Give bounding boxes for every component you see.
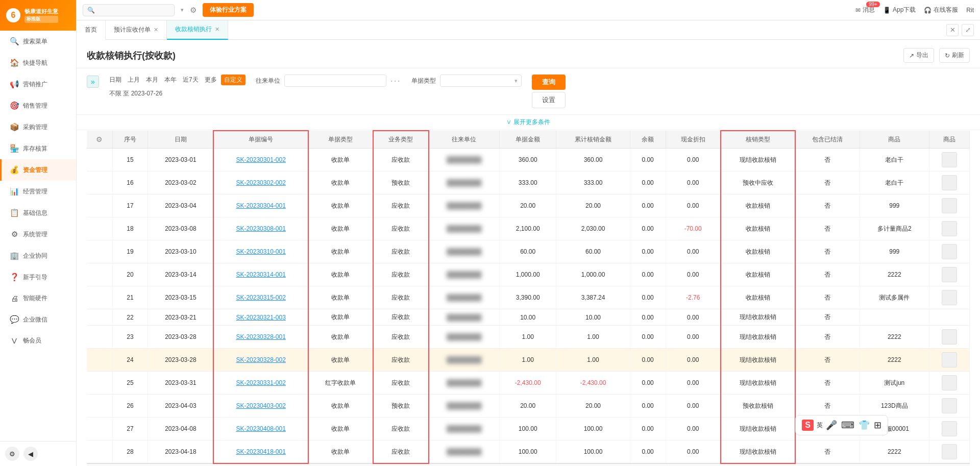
close-tab-button[interactable]: ✕ [946, 24, 959, 36]
td-amount: 100.00 [500, 418, 556, 440]
doc-no-link[interactable]: SK-20230310-001 [236, 248, 285, 255]
tab-close-writeoff[interactable]: ✕ [215, 26, 219, 33]
receipt-type-select[interactable] [440, 75, 522, 87]
sidebar-item-enterprise[interactable]: 🏢企业协同 [0, 245, 76, 266]
sidebar-item-guide[interactable]: ❓新手引导 [0, 266, 76, 288]
doc-no-link[interactable]: SK-20230314-001 [236, 271, 285, 278]
sidebar-item-member[interactable]: V畅会员 [0, 330, 76, 351]
sidebar-item-wechat[interactable]: 💬企业微信 [0, 309, 76, 330]
tab-receivable[interactable]: 预计应收付单✕ [106, 20, 167, 40]
td-writeoff_amount: 333.00 [556, 171, 630, 194]
doc-no-link[interactable]: SK-20230301-002 [236, 156, 285, 163]
goods-thumbnail [942, 175, 957, 190]
export-button[interactable]: ↗ 导出 [903, 48, 934, 63]
table-row: 262023-04-03SK-20230403-002收款单预收款███████… [87, 395, 970, 418]
shortcut-本月[interactable]: 本月 [144, 75, 160, 85]
doc-no-link[interactable]: SK-20230331-002 [236, 379, 285, 386]
doc-no-link[interactable]: SK-20230403-002 [236, 402, 285, 409]
td-biz_type: 应收款 [373, 194, 429, 217]
app-download-action[interactable]: 📱 App下载 [883, 6, 916, 14]
sidebar-item-hardware[interactable]: 🖨智能硬件 [0, 288, 76, 309]
td-doc_no: SK-20230308-001 [213, 217, 308, 240]
doc-no-link[interactable]: SK-20230321-003 [236, 314, 285, 321]
td-doc_type: 收款单 [308, 440, 373, 464]
td-include_settled: 否 [795, 263, 860, 286]
th-goods2: 商品 [929, 131, 969, 149]
td-balance: 0.00 [630, 309, 666, 326]
td-balance: 0.00 [630, 440, 666, 464]
th-biz_type: 业务类型 [373, 131, 429, 149]
sidebar-item-operation[interactable]: 📊经营管理 [0, 181, 76, 202]
partner-input[interactable] [284, 75, 386, 87]
td-settings [87, 418, 112, 440]
doc-no-link[interactable]: SK-20230328-001 [236, 333, 285, 340]
sidebar-item-quick-nav[interactable]: 🏠快捷导航 [0, 52, 76, 73]
shortcut-自定义[interactable]: 自定义 [221, 75, 246, 85]
search-input[interactable] [98, 7, 159, 14]
sidebar-item-inventory[interactable]: 🏪库存核算 [0, 138, 76, 159]
doc-no-link[interactable]: SK-20230328-002 [236, 356, 285, 363]
refresh-button[interactable]: ↻ 刷新 [939, 48, 970, 63]
sidebar-item-search[interactable]: 🔍搜索菜单 [0, 31, 76, 52]
table-settings-icon[interactable]: ⚙ [96, 135, 103, 143]
search-chevron-icon[interactable]: ▾ [181, 7, 184, 13]
filter-expand-button[interactable]: » [87, 76, 99, 88]
tfoot-goods2 [929, 463, 969, 466]
table-row: 162023-03-02SK-20230302-002收款单预收款███████… [87, 171, 970, 194]
shortcut-近7天[interactable]: 近7天 [181, 75, 201, 85]
shortcut-本年[interactable]: 本年 [162, 75, 179, 85]
settings-icon[interactable]: ⚙ [5, 447, 19, 461]
table-row: 242023-03-28SK-20230328-002收款单应收款███████… [87, 349, 970, 372]
shortcut-上月[interactable]: 上月 [126, 75, 142, 85]
td-amount: 2,100.00 [500, 217, 556, 240]
table-row: 232023-03-28SK-20230328-001收款单应收款███████… [87, 326, 970, 349]
td-partner: ████████ [429, 286, 500, 309]
sidebar-item-purchase[interactable]: 📦采购管理 [0, 116, 76, 138]
doc-no-link[interactable]: SK-20230302-002 [236, 179, 285, 186]
shortcut-更多[interactable]: 更多 [203, 75, 219, 85]
tab-writeoff[interactable]: 收款核销执行✕ [167, 20, 228, 40]
th-date: 日期 [148, 131, 214, 149]
collapse-icon[interactable]: ◀ [23, 447, 38, 461]
topbar-gear-icon[interactable]: ⚙ [190, 6, 197, 15]
td-partner: ████████ [429, 149, 500, 171]
maximize-button[interactable]: ⤢ [962, 24, 974, 36]
search-box[interactable]: 🔍 [83, 4, 175, 16]
filter-partner-group: 往来单位 ··· [256, 75, 401, 87]
sidebar-item-system[interactable]: ⚙系统管理 [0, 224, 76, 245]
query-button[interactable]: 查询 [532, 75, 566, 90]
expand-more-button[interactable]: ∨ 展开更多条件 [506, 118, 550, 127]
td-balance: 0.00 [630, 326, 666, 349]
sidebar-label-hardware: 智能硬件 [23, 294, 47, 303]
td-goods2 [929, 349, 969, 372]
tfoot-balance [630, 463, 666, 466]
td-partner: ████████ [429, 194, 500, 217]
topbar: 🔍 ▾ ⚙ 体验行业方案 ✉ 消息 99+ 📱 App下载 🎧 在线 [77, 0, 980, 20]
page-header-actions: ↗ 导出 ↻ 刷新 [903, 48, 970, 63]
filter-setting-button[interactable]: 设置 [532, 92, 566, 108]
td-include_settled: 否 [795, 372, 860, 395]
sidebar-item-marketing[interactable]: 📢营销推广 [0, 73, 76, 95]
doc-no-link[interactable]: SK-20230304-001 [236, 202, 285, 209]
td-goods: 多计量商品2 [860, 217, 929, 240]
doc-no-link[interactable]: SK-20230408-001 [236, 425, 285, 432]
td-date: 2023-04-03 [148, 395, 214, 418]
doc-no-link[interactable]: SK-20230418-001 [236, 448, 285, 455]
doc-no-link[interactable]: SK-20230315-002 [236, 294, 285, 301]
user-avatar[interactable]: Rit [966, 7, 974, 14]
doc-no-link[interactable]: SK-20230308-001 [236, 225, 285, 232]
sidebar-item-finance[interactable]: 💰资金管理 [0, 159, 76, 181]
tab-close-receivable[interactable]: ✕ [154, 27, 158, 33]
td-doc_no: SK-20230304-001 [213, 194, 308, 217]
td-biz_type: 应收款 [373, 440, 429, 464]
th-writeoff_type: 核销类型 [721, 131, 795, 149]
message-action[interactable]: ✉ 消息 99+ [855, 6, 875, 14]
tab-home[interactable]: 首页 [77, 20, 106, 40]
table-row: 182023-03-08SK-20230308-001收款单应收款███████… [87, 217, 970, 240]
industry-solution-button[interactable]: 体验行业方案 [203, 3, 254, 17]
sidebar-item-basic[interactable]: 📋基础信息 [0, 202, 76, 224]
th-writeoff_amount: 累计核销金额 [556, 131, 630, 149]
td-goods2 [929, 263, 969, 286]
online-service-action[interactable]: 🎧 在线客服 [924, 6, 958, 14]
sidebar-item-sales[interactable]: 🎯销售管理 [0, 95, 76, 116]
